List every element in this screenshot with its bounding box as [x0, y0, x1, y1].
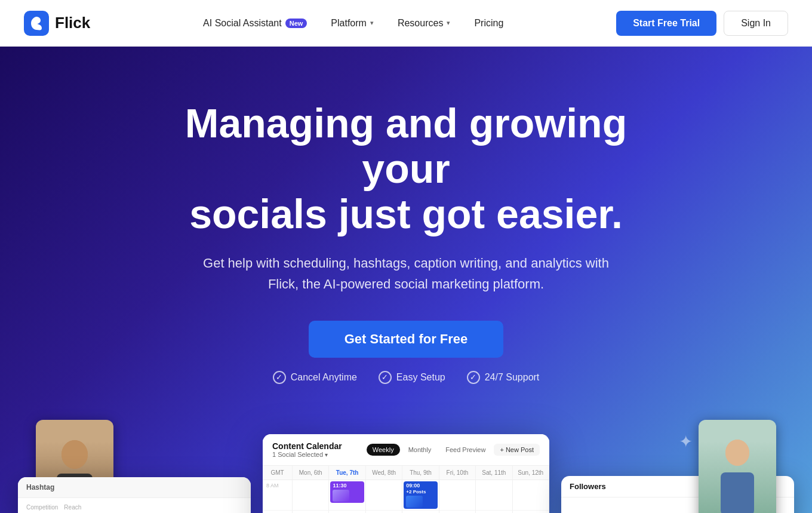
check-icon: ✓: [379, 371, 392, 384]
tab-monthly[interactable]: Monthly: [402, 444, 438, 456]
svg-rect-9: [721, 472, 754, 513]
nav-ai-social-label: AI Social Assistant: [203, 18, 282, 29]
person-avatar-right: [699, 420, 776, 513]
nav-ai-social[interactable]: AI Social Assistant New: [193, 13, 316, 33]
day-wed: Wed, 8th: [366, 466, 402, 480]
cal-cell[interactable]: [329, 511, 365, 513]
logo[interactable]: Flick: [24, 11, 90, 36]
hero-subtitle: Get help with scheduling, hashtags, capt…: [197, 253, 615, 294]
day-thu: Thu, 9th: [402, 466, 439, 480]
cal-cell[interactable]: 11:30: [329, 480, 365, 511]
calendar-tabs: Weekly Monthly Feed Preview + New Post: [367, 444, 540, 456]
nav-platform-label: Platform: [331, 18, 367, 29]
analytics-title: Followers: [570, 482, 606, 491]
feature-cancel-label: Cancel Anytime: [291, 372, 357, 383]
cal-cell[interactable]: [439, 511, 476, 513]
cal-cell[interactable]: [513, 480, 549, 511]
check-icon: ✓: [467, 371, 480, 384]
get-started-button[interactable]: Get Started for Free: [309, 321, 504, 358]
avatar-right: [699, 420, 776, 513]
cal-cell[interactable]: [293, 511, 329, 513]
nav-pricing[interactable]: Pricing: [465, 13, 513, 33]
nav-actions: Start Free Trial Sign In: [616, 11, 788, 36]
calendar-header: Content Calendar 1 Social Selected ▾ Wee…: [263, 434, 549, 466]
feature-setup-label: Easy Setup: [396, 372, 445, 383]
calendar-body: 8 AM 11:30 09:00+2 Posts 9 AM: [263, 480, 549, 513]
svg-point-10: [725, 440, 749, 466]
feature-support: ✓ 24/7 Support: [467, 371, 540, 384]
day-tue: Tue, 7th: [329, 466, 365, 480]
navbar: Flick AI Social Assistant New Platform ▾…: [0, 0, 812, 47]
chevron-down-icon: ▾: [370, 19, 374, 27]
nav-links: AI Social Assistant New Platform ▾ Resou…: [193, 13, 513, 33]
cal-cell[interactable]: [476, 511, 512, 513]
feature-setup: ✓ Easy Setup: [379, 371, 445, 384]
check-icon: ✓: [273, 371, 286, 384]
cal-cell[interactable]: [513, 511, 549, 513]
brand-name: Flick: [55, 14, 90, 32]
new-post-button[interactable]: + New Post: [494, 444, 540, 456]
nav-resources-label: Resources: [398, 18, 443, 29]
cal-cell[interactable]: [439, 480, 476, 511]
tab-feed-preview[interactable]: Feed Preview: [439, 444, 491, 456]
reach-label: Reach: [64, 504, 81, 511]
cal-cell[interactable]: 09:00+2 Posts: [402, 480, 439, 511]
calendar-days-header: GMT Mon, 6th Tue, 7th Wed, 8th Thu, 9th …: [263, 466, 549, 480]
cal-cell[interactable]: [476, 480, 512, 511]
hero-features: ✓ Cancel Anytime ✓ Easy Setup ✓ 24/7 Sup…: [273, 371, 540, 384]
feature-support-label: 24/7 Support: [485, 372, 540, 383]
chevron-down-icon: ▾: [447, 19, 450, 27]
nav-platform[interactable]: Platform ▾: [321, 13, 383, 33]
timezone-label: GMT: [263, 466, 293, 480]
hero-section: Managing and growing your socials just g…: [0, 47, 812, 513]
time-8am: 8 AM: [263, 480, 293, 511]
competition-label: Competition: [26, 504, 58, 511]
day-sat: Sat, 11th: [476, 466, 512, 480]
day-sun: Sun, 12th: [513, 466, 549, 480]
nav-pricing-label: Pricing: [474, 18, 503, 29]
hero-title: Managing and growing your socials just g…: [152, 100, 660, 236]
calendar-subtitle: 1 Social Selected ▾: [272, 451, 342, 458]
content-calendar: Content Calendar 1 Social Selected ▾ Wee…: [263, 434, 549, 513]
hero-title-line2: socials just got easier.: [189, 191, 623, 236]
flick-logo-icon: [24, 11, 49, 36]
cal-cell[interactable]: [366, 480, 402, 511]
nav-resources[interactable]: Resources ▾: [388, 13, 460, 33]
hashtag-panel: Hashtag Competition Reach balancedmeals …: [18, 477, 251, 513]
day-mon: Mon, 6th: [293, 466, 329, 480]
svg-point-3: [61, 440, 88, 469]
tab-weekly[interactable]: Weekly: [367, 444, 400, 456]
hero-screenshots: Hashtag Competition Reach balancedmeals …: [0, 414, 812, 513]
cal-cell[interactable]: [402, 511, 439, 513]
hero-title-line1: Managing and growing your: [185, 100, 627, 191]
feature-cancel: ✓ Cancel Anytime: [273, 371, 357, 384]
time-9am: 9 AM: [263, 511, 293, 513]
calendar-event[interactable]: 09:00+2 Posts: [404, 481, 437, 509]
calendar-event[interactable]: 11:30: [330, 481, 364, 503]
cal-cell[interactable]: [366, 511, 402, 513]
sign-in-button[interactable]: Sign In: [724, 11, 788, 36]
day-fri: Fri, 10th: [439, 466, 476, 480]
chevron-down-icon: ▾: [325, 451, 328, 458]
cal-cell[interactable]: [293, 480, 329, 511]
nav-ai-social-badge: New: [285, 19, 307, 28]
hashtag-panel-header: Hashtag: [18, 477, 251, 498]
decorative-star-icon: ✦: [679, 432, 693, 451]
start-trial-button[interactable]: Start Free Trial: [616, 11, 716, 36]
calendar-title: Content Calendar: [272, 441, 342, 451]
